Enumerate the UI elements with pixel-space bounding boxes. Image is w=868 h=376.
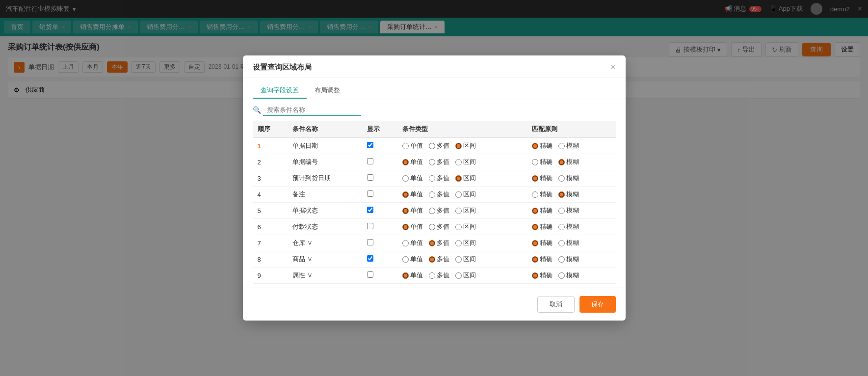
row-match-cell: 精确模糊 (527, 187, 615, 203)
dialog-tab-layout[interactable]: 布局调整 (307, 83, 348, 99)
type-radio-item[interactable]: 多值 (429, 206, 449, 215)
row-display-cell[interactable] (362, 170, 397, 187)
type-radio-item[interactable]: 单值 (402, 239, 423, 247)
display-checkbox[interactable] (367, 223, 373, 229)
table-row: 4备注单值多值区间精确模糊 (253, 187, 616, 203)
type-radio-item[interactable]: 区间 (455, 271, 476, 280)
row-order: 1 (253, 138, 288, 154)
display-checkbox[interactable] (367, 190, 373, 197)
row-match-cell: 精确模糊 (527, 284, 615, 288)
type-radio-item[interactable]: 单值 (402, 255, 423, 264)
row-display-cell[interactable] (362, 235, 397, 251)
row-display-cell[interactable] (362, 187, 397, 203)
display-checkbox[interactable] (367, 207, 373, 213)
type-radio-item[interactable]: 区间 (455, 158, 476, 166)
match-radio-item[interactable]: 精确 (532, 222, 552, 231)
type-radio-item[interactable]: 区间 (455, 174, 476, 183)
row-display-cell[interactable] (362, 138, 397, 154)
row-order: 4 (253, 187, 288, 203)
dialog-header: 设置查询区域布局 × (243, 55, 626, 78)
type-radio-item[interactable]: 多值 (429, 158, 449, 166)
type-radio-item[interactable]: 单值 (402, 158, 423, 166)
match-radio-item[interactable]: 精确 (532, 190, 552, 199)
table-row: 7仓库 ∨单值多值区间精确模糊 (253, 235, 616, 251)
type-radio-item[interactable]: 单值 (402, 174, 423, 183)
dialog-close-button[interactable]: × (610, 62, 616, 73)
type-radio-item[interactable]: 单值 (402, 141, 423, 150)
row-display-cell[interactable] (362, 268, 397, 284)
row-type-cell: 单值多值区间 (397, 235, 527, 251)
match-radio-item[interactable]: 精确 (532, 271, 552, 280)
type-radio-item[interactable]: 区间 (455, 222, 476, 231)
match-radio-item[interactable]: 模糊 (558, 158, 579, 166)
type-radio-item[interactable]: 区间 (455, 190, 476, 199)
type-radio-item[interactable]: 多值 (429, 141, 449, 150)
match-radio-item[interactable]: 模糊 (558, 255, 579, 264)
type-radio-item[interactable]: 多值 (429, 174, 449, 183)
th-name: 条件名称 (288, 121, 362, 138)
dialog-table: 顺序 条件名称 显示 条件类型 匹配原则 1单据日期单值多值区间精确模糊2单据编… (253, 121, 616, 288)
th-match: 匹配原则 (527, 121, 615, 138)
match-radio-item[interactable]: 精确 (532, 255, 552, 264)
type-radio-item[interactable]: 区间 (455, 141, 476, 150)
row-type-cell: 单值多值区间 (397, 203, 527, 219)
display-checkbox[interactable] (367, 158, 373, 164)
match-radio-item[interactable]: 精确 (532, 141, 552, 150)
match-radio-item[interactable]: 模糊 (558, 222, 579, 231)
type-radio-item[interactable]: 区间 (455, 255, 476, 264)
display-checkbox[interactable] (367, 239, 373, 245)
row-type-cell: 单值多值区间 (397, 170, 527, 187)
dialog-footer: 取消 保存 (243, 288, 626, 321)
display-checkbox[interactable] (367, 174, 373, 181)
type-radio-item[interactable]: 多值 (429, 222, 449, 231)
row-order: 9 (253, 268, 288, 284)
match-radio-item[interactable]: 模糊 (558, 271, 579, 280)
type-radio-item[interactable]: 单值 (402, 271, 423, 280)
match-radio-item[interactable]: 精确 (532, 158, 552, 166)
match-radio-item[interactable]: 模糊 (558, 206, 579, 215)
dialog-table-wrap: 顺序 条件名称 显示 条件类型 匹配原则 1单据日期单值多值区间精确模糊2单据编… (243, 121, 626, 288)
match-radio-item[interactable]: 精确 (532, 239, 552, 247)
row-match-cell: 精确模糊 (527, 268, 615, 284)
display-checkbox[interactable] (367, 142, 373, 148)
display-checkbox[interactable] (367, 271, 373, 278)
type-radio-item[interactable]: 单值 (402, 190, 423, 199)
row-display-cell[interactable] (362, 219, 397, 235)
match-radio-item[interactable]: 模糊 (558, 190, 579, 199)
th-type: 条件类型 (397, 121, 527, 138)
dialog-tab-fields[interactable]: 查询字段设置 (253, 83, 307, 99)
row-display-cell[interactable] (362, 284, 397, 288)
type-radio-item[interactable]: 区间 (455, 206, 476, 215)
type-radio-item[interactable]: 多值 (429, 190, 449, 199)
match-radio-item[interactable]: 精确 (532, 174, 552, 183)
match-radio-item[interactable]: 精确 (532, 206, 552, 215)
row-display-cell[interactable] (362, 251, 397, 268)
display-checkbox[interactable] (367, 255, 373, 262)
th-order: 顺序 (253, 121, 288, 138)
table-row: 10有无商品图片单值多值区间精确模糊 (253, 284, 616, 288)
type-radio-item[interactable]: 区间 (455, 239, 476, 247)
type-radio-item[interactable]: 单值 (402, 206, 423, 215)
table-row: 6付款状态单值多值区间精确模糊 (253, 219, 616, 235)
row-condition-name: 有无商品图片 (288, 284, 362, 288)
row-type-cell: 单值多值区间 (397, 251, 527, 268)
match-radio-item[interactable]: 模糊 (558, 174, 579, 183)
row-display-cell[interactable] (362, 203, 397, 219)
row-condition-name: 商品 ∨ (288, 251, 362, 268)
row-condition-name: 备注 (288, 187, 362, 203)
type-radio-item[interactable]: 多值 (429, 271, 449, 280)
table-row: 8商品 ∨单值多值区间精确模糊 (253, 251, 616, 268)
type-radio-item[interactable]: 多值 (429, 255, 449, 264)
type-radio-item[interactable]: 单值 (402, 222, 423, 231)
cancel-button[interactable]: 取消 (537, 296, 575, 313)
match-radio-item[interactable]: 模糊 (558, 141, 579, 150)
save-button[interactable]: 保存 (579, 296, 616, 313)
row-order: 8 (253, 251, 288, 268)
row-display-cell[interactable] (362, 154, 397, 170)
row-condition-name: 仓库 ∨ (288, 235, 362, 251)
row-condition-name: 付款状态 (288, 219, 362, 235)
match-radio-item[interactable]: 模糊 (558, 239, 579, 247)
table-row: 5单据状态单值多值区间精确模糊 (253, 203, 616, 219)
type-radio-item[interactable]: 多值 (429, 239, 449, 247)
search-input[interactable] (263, 104, 361, 116)
